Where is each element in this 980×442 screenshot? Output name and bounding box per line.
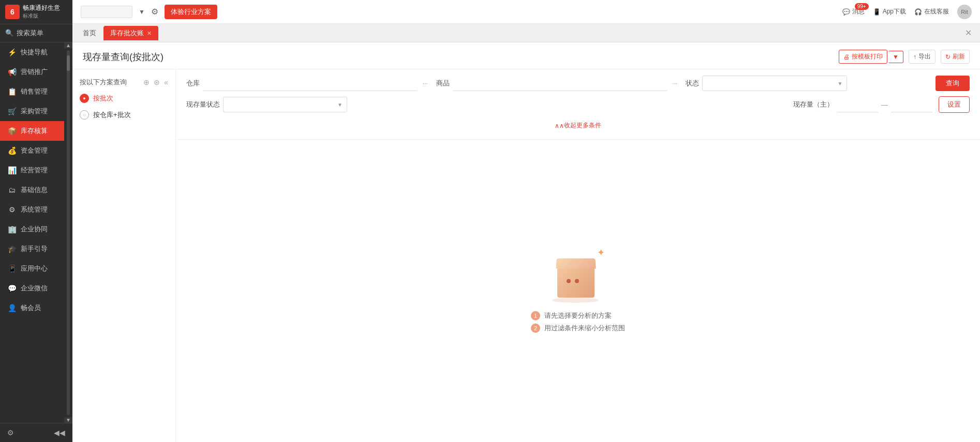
refresh-btn[interactable]: ↻ 刷新 <box>941 50 970 64</box>
sidebar-item-label: 系统管理 <box>21 205 48 214</box>
sidebar-item-system[interactable]: ⚙ 系统管理 <box>0 200 64 219</box>
collapse-row[interactable]: ∧∧ 收起更多条件 <box>186 118 970 133</box>
scheme-by-batch-label: 按批次 <box>93 94 113 103</box>
query-btn[interactable]: 查询 <box>936 76 970 91</box>
empty-state: ✦ 1 请先选择要分析的方案 2 用过滤条件来缩小分析范围 <box>531 246 625 336</box>
sales-icon: 📋 <box>7 87 17 96</box>
warehouse-more-btn[interactable]: ··· <box>421 80 430 87</box>
sidebar-item-label: 企业微信 <box>21 284 48 293</box>
scheme-by-batch[interactable]: ● 按批次 <box>72 90 175 107</box>
scroll-thumb <box>67 55 70 71</box>
inventory-status-select[interactable]: ▼ <box>223 97 347 112</box>
status-field: 状态 ▼ <box>686 76 929 91</box>
header-settings-icon[interactable]: ⚙ <box>151 7 158 17</box>
product-more-btn[interactable]: ··· <box>670 80 679 87</box>
sidebar-item-app-center[interactable]: 📱 应用中心 <box>0 259 64 278</box>
enterprise-icon: 🏢 <box>7 225 17 234</box>
sidebar-item-label: 新手引导 <box>21 244 48 254</box>
panel-icons: ⊕ ⊛ « <box>143 78 168 86</box>
user-name: Rit <box>961 9 968 15</box>
sidebar-item-operations[interactable]: 📊 经营管理 <box>0 160 64 180</box>
export-btn[interactable]: ↑ 导出 <box>909 50 936 64</box>
scheme-by-warehouse-batch-label: 按仓库+批次 <box>93 110 131 120</box>
product-input[interactable] <box>453 76 667 91</box>
nav-dropdown-btn[interactable]: ▼ <box>139 8 145 16</box>
system-icon: ⚙ <box>7 205 17 214</box>
sidebar-item-enterprise[interactable]: 🏢 企业协同 <box>0 219 64 239</box>
search-icon: 🔍 <box>5 29 13 37</box>
illustration-lid <box>556 258 596 269</box>
scheme-settings-icon[interactable]: ⊛ <box>154 78 160 86</box>
empty-illustration: ✦ <box>547 246 609 303</box>
page-content: 现存量查询(按批次) 🖨 按模板打印 ▼ ↑ 导出 ↻ 刷新 <box>72 42 980 442</box>
chevron-up-icon: ∧∧ <box>555 122 564 129</box>
app-download-action[interactable]: 📱 App下载 <box>873 7 906 16</box>
message-icon: 💬 <box>842 8 850 16</box>
messages-action[interactable]: 💬 消息 99+ <box>842 7 865 16</box>
sidebar-item-enterprise-wechat[interactable]: 💬 企业微信 <box>0 278 64 298</box>
page-title: 现存量查询(按批次) <box>83 51 164 63</box>
scheme-by-warehouse-batch[interactable]: ○ 按仓库+批次 <box>72 107 175 123</box>
sidebar-item-membership[interactable]: 👤 畅会员 <box>0 298 64 318</box>
sidebar-item-quick-nav[interactable]: ⚡ 快捷导航 <box>0 42 64 62</box>
filter-area: 仓库 ··· 商品 ··· 状态 <box>176 69 980 140</box>
online-service-label: 在线客服 <box>924 7 949 16</box>
app-logo: 6 <box>5 5 20 19</box>
avatar: Rit <box>957 5 972 19</box>
scroll-up-btn[interactable]: ▲ <box>64 42 72 48</box>
sidebar-item-basics[interactable]: 🗂 基础信息 <box>0 180 64 200</box>
tip-number-2: 2 <box>531 323 540 333</box>
scheme-collapse-icon[interactable]: « <box>164 78 168 86</box>
sidebar-item-purchase[interactable]: 🛒 采购管理 <box>0 101 64 121</box>
tab-inventory-batch[interactable]: 库存批次账 ✕ <box>103 26 158 40</box>
warehouse-field: 仓库 ··· <box>186 76 430 91</box>
nav-search-input[interactable] <box>81 6 132 18</box>
sidebar-item-sales[interactable]: 📋 销售管理 <box>0 82 64 101</box>
user-profile[interactable]: Rit <box>957 5 972 19</box>
warehouse-label: 仓库 <box>186 79 200 88</box>
sidebar-settings-icon[interactable]: ⚙ <box>7 429 14 437</box>
scheme-active-icon: ● <box>80 94 89 103</box>
warehouse-input[interactable] <box>203 76 418 91</box>
print-action[interactable]: 🖨 按模板打印 ▼ <box>839 50 903 64</box>
tab-close-btn[interactable]: ✕ <box>147 30 152 37</box>
sidebar-item-label: 快捷导航 <box>21 48 48 57</box>
sidebar-collapse-icon[interactable]: ◀◀ <box>54 429 65 437</box>
sidebar-item-finance[interactable]: 💰 资金管理 <box>0 141 64 160</box>
app-title: 畅康通好生意 <box>23 4 60 12</box>
inventory-status-label: 现存量状态 <box>186 100 220 109</box>
sidebar-item-inventory[interactable]: 📦 库存核算 <box>0 121 64 141</box>
sidebar-item-newbie[interactable]: 🎓 新手引导 <box>0 239 64 259</box>
sidebar-item-marketing[interactable]: 📢 营销推广 <box>0 62 64 82</box>
sidebar-item-label: 基础信息 <box>21 185 48 195</box>
sidebar-nav: ⚡ 快捷导航 📢 营销推广 📋 销售管理 🛒 采购管理 📦 库存核算 💰 <box>0 42 64 423</box>
enterprise-wechat-icon: 💬 <box>7 284 17 293</box>
inventory-qty-to-input[interactable] <box>891 97 932 112</box>
sidebar-item-label: 库存核算 <box>21 126 48 136</box>
settings-btn[interactable]: 设置 <box>939 96 970 113</box>
panel-header: 按以下方案查询 ⊕ ⊛ « <box>72 75 175 90</box>
add-scheme-icon[interactable]: ⊕ <box>143 78 150 86</box>
status-select[interactable]: ▼ <box>702 76 847 91</box>
online-service-action[interactable]: 🎧 在线客服 <box>914 7 949 16</box>
illustration-eye-left <box>567 279 571 283</box>
collapse-label: 收起更多条件 <box>564 121 601 130</box>
scroll-track <box>67 50 70 415</box>
sidebar-search[interactable]: 🔍 搜索菜单 <box>0 24 72 42</box>
empty-tips: 1 请先选择要分析的方案 2 用过滤条件来缩小分析范围 <box>531 311 625 336</box>
print-btn[interactable]: 🖨 按模板打印 <box>839 50 887 64</box>
refresh-icon: ↻ <box>945 53 951 61</box>
print-dropdown-btn[interactable]: ▼ <box>888 51 903 63</box>
sidebar-item-label: 销售管理 <box>21 87 48 96</box>
phone-icon: 📱 <box>873 8 881 16</box>
sidebar-item-label: 应用中心 <box>21 264 48 273</box>
trial-btn[interactable]: 体验行业方案 <box>165 5 217 19</box>
tab-panel-close-icon[interactable]: ✕ <box>961 28 976 38</box>
scroll-down-btn[interactable]: ▼ <box>64 417 72 423</box>
sidebar-header: 6 畅康通好生意 标准版 <box>0 0 72 24</box>
sidebar-search-label: 搜索菜单 <box>17 28 43 38</box>
refresh-label: 刷新 <box>953 52 965 61</box>
inventory-qty-label: 现存量（主） <box>793 100 834 109</box>
inventory-qty-from-input[interactable] <box>837 97 878 112</box>
tab-home[interactable]: 首页 <box>77 26 102 40</box>
